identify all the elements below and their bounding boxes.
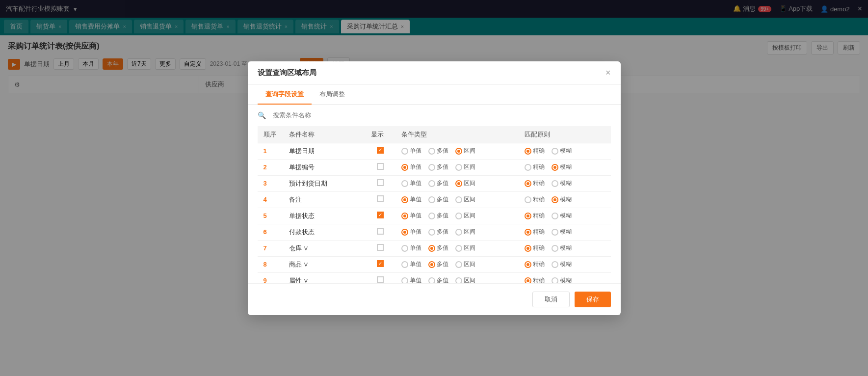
display-checkbox[interactable]	[377, 179, 384, 186]
radio-circle	[525, 229, 531, 236]
radio-circle	[455, 245, 462, 252]
type-radio-type_single[interactable]: 单值	[401, 212, 421, 220]
type-radio-type_multi[interactable]: 多值	[428, 195, 448, 204]
radio-circle	[455, 196, 462, 203]
cancel-btn[interactable]: 取消	[532, 292, 570, 307]
row-display[interactable]	[365, 240, 396, 256]
match-radio-match_exact[interactable]: 精确	[525, 244, 545, 252]
type-radio-type_multi[interactable]: 多值	[428, 276, 448, 283]
radio-circle	[552, 196, 558, 203]
match-radio-match_exact[interactable]: 精确	[525, 163, 545, 171]
row-display[interactable]	[365, 208, 396, 224]
search-condition-input[interactable]	[269, 109, 367, 121]
radio-circle	[552, 213, 558, 219]
type-radio-type_single[interactable]: 单值	[401, 195, 421, 204]
type-radio-type_range[interactable]: 区间	[455, 179, 475, 188]
row-order: 5	[258, 208, 283, 224]
match-radio-match_exact[interactable]: 精确	[525, 147, 545, 155]
match-radio-match_fuzzy[interactable]: 模糊	[552, 212, 572, 220]
match-radio-match_fuzzy[interactable]: 模糊	[552, 276, 572, 283]
type-radio-type_multi[interactable]: 多值	[428, 163, 448, 171]
row-display[interactable]	[365, 256, 396, 272]
radio-circle	[428, 277, 435, 283]
type-radio-type_range[interactable]: 区间	[455, 244, 475, 252]
match-radio-match_exact[interactable]: 精确	[525, 195, 545, 204]
dialog-close-btn[interactable]: ×	[605, 68, 611, 77]
radio-circle	[525, 245, 531, 252]
radio-circle	[428, 229, 435, 236]
type-radio-type_multi[interactable]: 多值	[428, 260, 448, 269]
display-checkbox[interactable]	[377, 147, 384, 154]
type-radio-type_multi[interactable]: 多值	[428, 212, 448, 220]
radio-circle	[428, 196, 435, 203]
match-radio-match_exact[interactable]: 精确	[525, 228, 545, 236]
display-checkbox[interactable]	[377, 212, 384, 218]
row-display[interactable]	[365, 175, 396, 191]
radio-circle	[428, 148, 435, 155]
radio-circle	[428, 180, 435, 187]
display-checkbox[interactable]	[377, 228, 384, 235]
type-radio-type_single[interactable]: 单值	[401, 163, 421, 171]
radio-circle	[428, 245, 435, 252]
type-radio-type_multi[interactable]: 多值	[428, 179, 448, 188]
type-radio-type_range[interactable]: 区间	[455, 276, 475, 283]
type-radio-type_single[interactable]: 单值	[401, 260, 421, 269]
radio-circle	[455, 148, 462, 155]
display-checkbox[interactable]	[377, 244, 384, 251]
row-type: 单值 多值 区间	[395, 175, 518, 191]
col-header-display: 显示	[365, 126, 396, 143]
match-radio-match_exact[interactable]: 精确	[525, 260, 545, 269]
match-radio-match_exact[interactable]: 精确	[525, 276, 545, 283]
match-radio-match_fuzzy[interactable]: 模糊	[552, 244, 572, 252]
radio-circle	[401, 196, 408, 203]
radio-circle	[525, 277, 531, 283]
row-display[interactable]	[365, 191, 396, 208]
row-display[interactable]	[365, 143, 396, 159]
type-radio-type_range[interactable]: 区间	[455, 147, 475, 155]
row-type: 单值 多值 区间	[395, 256, 518, 272]
match-radio-match_fuzzy[interactable]: 模糊	[552, 195, 572, 204]
type-radio-type_multi[interactable]: 多值	[428, 147, 448, 155]
radio-circle	[525, 148, 531, 155]
match-radio-match_fuzzy[interactable]: 模糊	[552, 228, 572, 236]
settings-table: 顺序 条件名称 显示 条件类型 匹配原则 1 单据日期	[258, 126, 611, 283]
radio-circle	[455, 213, 462, 219]
row-name: 付款状态	[283, 224, 365, 240]
type-radio-type_range[interactable]: 区间	[455, 228, 475, 236]
match-radio-match_fuzzy[interactable]: 模糊	[552, 163, 572, 171]
type-radio-type_multi[interactable]: 多值	[428, 244, 448, 252]
row-match: 精确 模糊	[519, 159, 611, 175]
row-display[interactable]	[365, 159, 396, 175]
dialog-title: 设置查询区域布局	[258, 68, 316, 78]
save-btn[interactable]: 保存	[575, 292, 611, 307]
settings-row: 2 单据编号 单值 多值	[258, 159, 611, 175]
display-checkbox[interactable]	[377, 195, 384, 202]
dialog-tab-query-fields[interactable]: 查询字段设置	[258, 85, 312, 105]
type-radio-type_multi[interactable]: 多值	[428, 228, 448, 236]
display-checkbox[interactable]	[377, 163, 384, 170]
type-radio-type_range[interactable]: 区间	[455, 260, 475, 269]
display-checkbox[interactable]	[377, 260, 384, 267]
dialog-tab-layout[interactable]: 布局调整	[312, 85, 353, 105]
display-checkbox[interactable]	[377, 276, 384, 283]
type-radio-type_range[interactable]: 区间	[455, 195, 475, 204]
radio-circle	[401, 277, 408, 283]
match-radio-match_exact[interactable]: 精确	[525, 179, 545, 188]
match-radio-match_fuzzy[interactable]: 模糊	[552, 260, 572, 269]
type-radio-type_range[interactable]: 区间	[455, 212, 475, 220]
match-radio-match_fuzzy[interactable]: 模糊	[552, 147, 572, 155]
type-radio-type_single[interactable]: 单值	[401, 179, 421, 188]
row-type: 单值 多值 区间	[395, 224, 518, 240]
radio-circle	[401, 261, 408, 268]
settings-row: 5 单据状态 单值 多值	[258, 208, 611, 224]
type-radio-type_single[interactable]: 单值	[401, 147, 421, 155]
type-radio-type_single[interactable]: 单值	[401, 228, 421, 236]
type-radio-type_range[interactable]: 区间	[455, 163, 475, 171]
match-radio-match_exact[interactable]: 精确	[525, 212, 545, 220]
type-radio-type_single[interactable]: 单值	[401, 244, 421, 252]
type-radio-type_single[interactable]: 单值	[401, 276, 421, 283]
row-display[interactable]	[365, 224, 396, 240]
match-radio-match_fuzzy[interactable]: 模糊	[552, 179, 572, 188]
row-display[interactable]	[365, 272, 396, 283]
col-header-order: 顺序	[258, 126, 283, 143]
